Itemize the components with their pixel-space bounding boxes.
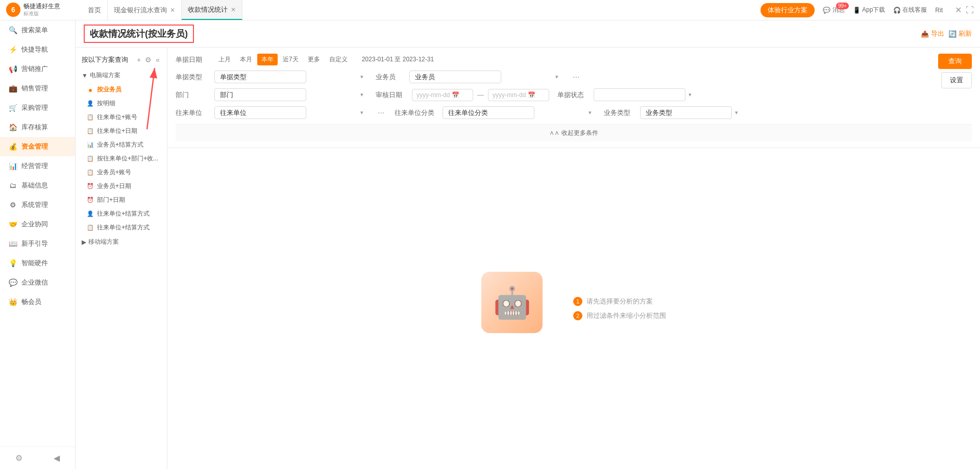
page-header: 收款情况统计(按业务员) 📤 导出 🔄 刷新 <box>76 20 980 48</box>
sidebar-item-enterprise[interactable]: 🤝 企业协同 <box>0 215 75 234</box>
dept-label: 部门 <box>176 90 206 100</box>
online-service-btn[interactable]: 🎧 在线客服 <box>893 6 927 14</box>
inventory-icon: 🏠 <box>8 123 17 132</box>
date-tabs: 上月 本月 本年 近7天 更多 自定义 <box>214 54 352 65</box>
sp-date-icon: ⏰ <box>87 183 94 190</box>
collapse-more-btn[interactable]: ∧∧ 收起更多条件 <box>176 124 972 142</box>
message-badge: 99+ <box>836 3 849 9</box>
app-download-btn[interactable]: 📱 App下载 <box>853 6 885 14</box>
scheme-header-actions: + ⚙ « <box>136 55 161 65</box>
review-date-to-input[interactable]: yyyy-mm-dd 📅 <box>488 89 549 101</box>
sidebar-item-sales[interactable]: 💼 销售管理 <box>0 79 75 98</box>
sidebar-item-purchase[interactable]: 🛒 采购管理 <box>0 98 75 118</box>
partner-account-icon: 📋 <box>87 114 94 121</box>
salesperson-select-wrapper: 业务员 <box>409 71 562 83</box>
home-tab[interactable]: 首页 <box>82 0 108 20</box>
salesperson-label: 业务员 <box>376 73 401 82</box>
marketing-icon: 📢 <box>8 64 17 74</box>
scheme-mobile-group[interactable]: ▶ 移动端方案 <box>76 235 167 249</box>
date-label: 单据日期 <box>176 55 206 64</box>
scheme-item-partner-settlement2[interactable]: 📋 往来单位+结算方式 <box>76 221 167 235</box>
hardware-icon: 💡 <box>8 259 17 268</box>
review-date-from-input[interactable]: yyyy-mm-dd 📅 <box>412 89 473 101</box>
sidebar-settings-icon[interactable]: ⚙ <box>15 453 22 463</box>
member-icon: 👑 <box>8 297 17 307</box>
scheme-desktop-group[interactable]: ▼ 电脑端方案 <box>76 68 167 83</box>
partner-label: 往来单位 <box>176 108 206 118</box>
scheme-item-dept-date[interactable]: ⏰ 部门+日期 <box>76 193 167 207</box>
partner-select[interactable]: 往来单位 <box>214 106 306 119</box>
sidebar-item-guide[interactable]: 📖 新手引导 <box>0 234 75 253</box>
refresh-button[interactable]: 🔄 刷新 <box>948 29 972 38</box>
doctype-select[interactable]: 单据类型 <box>214 71 306 83</box>
date-tab-last-month[interactable]: 上月 <box>214 54 235 65</box>
sidebar-item-quicknav[interactable]: ⚡ 快捷导航 <box>0 40 75 59</box>
sidebar-item-member[interactable]: 👑 畅会员 <box>0 292 75 312</box>
empty-tips: 1 请先选择要分析的方案 2 用过滤条件来缩小分析范围 <box>573 297 666 320</box>
date-tab-7days[interactable]: 近7天 <box>279 54 303 65</box>
window-controls: ✕ ⛶ <box>955 5 974 15</box>
tab-bank[interactable]: 现金银行流水查询 ✕ <box>108 0 182 20</box>
sp-account-icon: 📋 <box>87 169 94 176</box>
date-tab-this-year[interactable]: 本年 <box>257 54 278 65</box>
partner-type-label: 往来单位分类 <box>395 108 434 118</box>
tab-bank-close[interactable]: ✕ <box>170 7 175 14</box>
scheme-item-salesperson-settlement[interactable]: 📊 业务员+结算方式 <box>76 138 167 152</box>
scheme-item-partner-date[interactable]: 📋 往来单位+日期 <box>76 124 167 138</box>
biz-type-select[interactable]: 业务类型 <box>640 106 732 119</box>
top-header: 6 畅捷通好生意 标准版 首页 现金银行流水查询 ✕ 收款情况统计 ✕ 体验行业… <box>0 0 980 20</box>
date-tab-more[interactable]: 更多 <box>304 54 324 65</box>
empty-tip-2: 2 用过滤条件来缩小分析范围 <box>573 311 666 320</box>
sidebar-bottom: ⚙ ◀ <box>0 447 75 469</box>
scheme-item-partner-account[interactable]: 📋 往来单位+账号 <box>76 110 167 124</box>
review-date-label: 审核日期 <box>376 90 404 100</box>
refresh-icon: 🔄 <box>948 30 957 38</box>
settings-button[interactable]: 设置 <box>941 72 972 88</box>
tab-collection-close[interactable]: ✕ <box>231 6 236 13</box>
maximize-window-btn[interactable]: ⛶ <box>966 6 974 15</box>
export-button[interactable]: 📤 导出 <box>921 29 944 38</box>
partner-more-icon[interactable]: ··· <box>378 108 384 118</box>
trial-button[interactable]: 体验行业方案 <box>761 3 815 17</box>
add-scheme-icon[interactable]: + <box>136 55 142 65</box>
sidebar-item-marketing[interactable]: 📢 营销推广 <box>0 59 75 79</box>
sidebar-collapse-icon[interactable]: ◀ <box>54 453 60 463</box>
partner-type-select[interactable]: 往来单位分类 <box>443 106 534 119</box>
user-name[interactable]: Rit <box>935 7 943 14</box>
logo-badge: 标准版 <box>23 10 60 17</box>
salesperson-more-icon[interactable]: ··· <box>573 73 579 82</box>
ps2-icon: 📋 <box>87 224 94 231</box>
scheme-collapse-icon[interactable]: « <box>155 55 161 65</box>
review-date-range: yyyy-mm-dd 📅 — yyyy-mm-dd 📅 <box>412 89 549 101</box>
main-inner: 按以下方案查询 + ⚙ « <box>76 48 980 469</box>
date-tab-this-month[interactable]: 本月 <box>236 54 256 65</box>
biz-type-label: 业务类型 <box>604 108 632 118</box>
scheme-item-partner-settlement1[interactable]: 👤 往来单位+结算方式 <box>76 207 167 221</box>
dept-select[interactable]: 部门 <box>214 88 306 101</box>
query-button[interactable]: 查询 <box>938 54 972 69</box>
message-button[interactable]: 💬 消息 99+ <box>823 6 845 14</box>
scheme-item-salesperson[interactable]: ● 按业务员 <box>76 83 167 97</box>
sidebar-item-inventory[interactable]: 🏠 库存核算 <box>0 118 75 137</box>
sidebar-item-hardware[interactable]: 💡 智能硬件 <box>0 253 75 273</box>
sidebar-item-system[interactable]: ⚙ 系统管理 <box>0 195 75 215</box>
sidebar-item-basic[interactable]: 🗂 基础信息 <box>0 176 75 195</box>
empty-content: 🤖 1 请先选择要分析的方案 2 用过滤条件来缩小分析范围 <box>481 272 666 345</box>
doc-status-select[interactable] <box>594 88 685 101</box>
tab-collection[interactable]: 收款情况统计 ✕ <box>182 0 242 20</box>
sidebar-item-wechat[interactable]: 💬 企业微信 <box>0 273 75 292</box>
sidebar-item-capital[interactable]: 💰 资金管理 <box>0 137 75 156</box>
scheme-item-detail[interactable]: 👤 按明细 <box>76 97 167 110</box>
logo-icon: 6 <box>6 3 20 17</box>
scheme-item-salesperson-date[interactable]: ⏰ 业务员+日期 <box>76 179 167 193</box>
sidebar-item-operation[interactable]: 📊 经营管理 <box>0 156 75 176</box>
doc-status-label: 单据状态 <box>557 90 585 100</box>
scheme-item-salesperson-account[interactable]: 📋 业务员+账号 <box>76 166 167 179</box>
close-window-btn[interactable]: ✕ <box>955 5 962 15</box>
scheme-item-partner-dept[interactable]: 📋 按往来单位+部门+收... <box>76 152 167 166</box>
salesperson-select[interactable]: 业务员 <box>409 71 501 83</box>
scheme-settings-icon[interactable]: ⚙ <box>144 55 153 65</box>
sales-icon: 💼 <box>8 84 17 93</box>
date-tab-custom[interactable]: 自定义 <box>325 54 352 65</box>
sidebar-item-search[interactable]: 🔍 搜索菜单 <box>0 20 75 40</box>
